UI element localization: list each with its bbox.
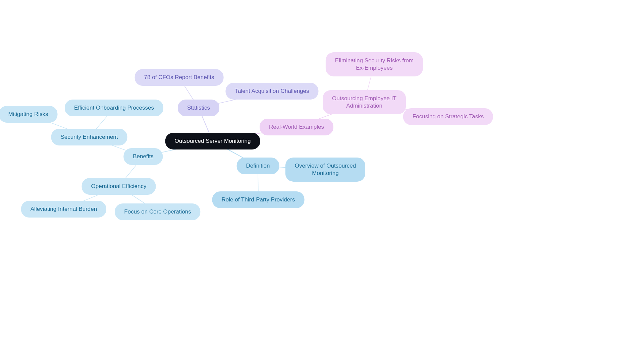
role-node[interactable]: Role of Third-Party Providers xyxy=(212,191,305,208)
definition-node[interactable]: Definition xyxy=(237,158,279,174)
benefits-node[interactable]: Benefits xyxy=(123,148,163,165)
security-enhancement-node[interactable]: Security Enhancement xyxy=(51,129,127,145)
focus-core-node[interactable]: Focus on Core Operations xyxy=(115,203,200,220)
onboarding-node[interactable]: Efficient Onboarding Processes xyxy=(65,100,163,116)
examples-node[interactable]: Real-World Examples xyxy=(260,119,333,135)
talent-node[interactable]: Talent Acquisition Challenges xyxy=(225,83,318,100)
root-node[interactable]: Outsourced Server Monitoring xyxy=(165,133,260,149)
cfos-node[interactable]: 78 of CFOs Report Benefits xyxy=(135,69,224,86)
eliminating-risks-node[interactable]: Eliminating Security Risks from Ex-Emplo… xyxy=(326,52,423,76)
overview-node[interactable]: Overview of Outsourced Monitoring xyxy=(285,158,365,182)
statistics-node[interactable]: Statistics xyxy=(178,100,219,116)
focusing-strategic-node[interactable]: Focusing on Strategic Tasks xyxy=(403,108,493,125)
operational-efficiency-node[interactable]: Operational Efficiency xyxy=(82,178,156,195)
mitigating-risks-node[interactable]: Mitigating Risks xyxy=(0,106,58,123)
outsourcing-it-admin-node[interactable]: Outsourcing Employee IT Administration xyxy=(323,90,406,114)
alleviating-node[interactable]: Alleviating Internal Burden xyxy=(21,201,106,218)
